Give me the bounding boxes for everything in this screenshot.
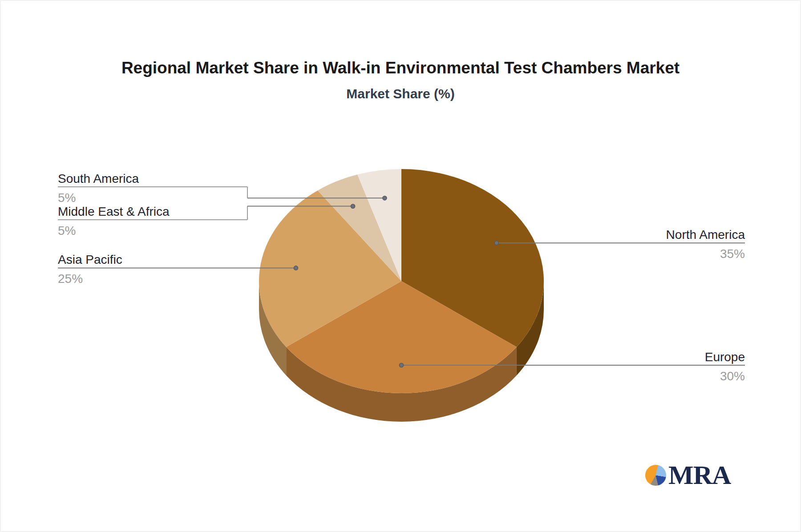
chart-container: Regional Market Share in Walk-in Environ… (0, 0, 801, 532)
slice-percent: 30% (720, 369, 745, 383)
pie-chart-icon (645, 465, 666, 486)
slice-percent: 5% (58, 191, 76, 205)
brand-logo-text: MRA (668, 462, 731, 488)
slice-label: Middle East & Africa (58, 205, 170, 218)
pie-chart-svg: North America35%Europe30%Asia Pacific25%… (1, 1, 801, 532)
leader-dot (351, 204, 355, 208)
leader-dot (399, 363, 403, 367)
slice-label: South America (58, 172, 139, 185)
slice-percent: 5% (58, 224, 76, 238)
slice-label: North America (666, 228, 745, 242)
slice-percent: 25% (58, 272, 83, 286)
slice-label: Europe (705, 350, 745, 364)
leader-dot (383, 196, 387, 200)
brand-logo: MRA (645, 462, 731, 488)
leader-dot (494, 241, 498, 245)
leader-dot (294, 266, 298, 270)
slice-percent: 35% (720, 247, 745, 261)
slice-label: Asia Pacific (58, 253, 122, 266)
